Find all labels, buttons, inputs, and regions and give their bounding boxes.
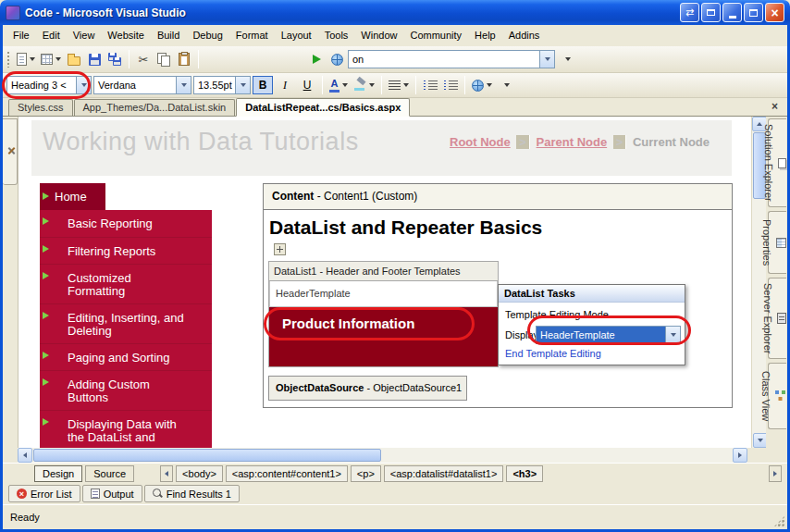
menu-window[interactable]: Window — [354, 27, 403, 44]
font-combobox[interactable]: Verdana — [93, 76, 191, 94]
browse-button[interactable] — [327, 49, 346, 69]
breadcrumb-root-link[interactable]: Root Node — [450, 135, 511, 149]
numbered-list-button[interactable] — [421, 75, 439, 95]
nav-item-paging-sorting[interactable]: Paging and Sorting — [40, 343, 212, 370]
save-all-button[interactable] — [105, 49, 124, 69]
italic-button[interactable]: I — [275, 76, 295, 94]
toolbar-combobox[interactable]: on — [348, 50, 555, 68]
nav-item-adding-custom-buttons[interactable]: Adding Custom Buttons — [40, 370, 212, 410]
header-template-label[interactable]: HeaderTemplate — [269, 281, 498, 307]
paste-button[interactable] — [175, 49, 193, 69]
properties-tab[interactable]: Properties — [768, 211, 786, 274]
nav-item-editing-inserting-deleting[interactable]: Editing, Inserting, and Deleting — [40, 303, 212, 343]
title-bar[interactable]: Code - Microsoft Visual Studio ⇄ × — [0, 0, 790, 25]
tag-asp-content[interactable]: <asp:content#content1> — [226, 465, 348, 482]
nav-item-filtering-reports[interactable]: Filtering Reports — [40, 237, 212, 264]
move-handle-icon[interactable] — [274, 243, 286, 255]
font-size-combobox[interactable]: 13.55pt — [193, 76, 251, 94]
menu-help[interactable]: Help — [468, 27, 502, 44]
tag-p[interactable]: <p> — [351, 465, 381, 482]
maximize-button[interactable] — [744, 3, 763, 22]
find-results-tab[interactable]: Find Results 1 — [144, 485, 240, 502]
datalist-designer[interactable]: DataList1 - Header and Footer Templates … — [268, 261, 499, 367]
nav-item-basic-reporting[interactable]: Basic Reporting — [40, 210, 212, 237]
cut-button[interactable]: ✂ — [134, 49, 153, 69]
tab-close-button[interactable]: × — [768, 99, 782, 113]
toolbox-tab[interactable]: Toolbox — [3, 118, 18, 185]
scrollbar-corner — [747, 448, 766, 463]
window-dock-button[interactable] — [701, 3, 721, 22]
highlight-button[interactable] — [352, 75, 376, 95]
underline-button[interactable]: U — [297, 76, 317, 94]
breadcrumb-separator: > — [613, 135, 627, 149]
scroll-left-button[interactable] — [18, 448, 32, 463]
horizontal-scrollbar[interactable] — [18, 448, 747, 463]
datalist-designer-header[interactable]: DataList1 - Header and Footer Templates — [269, 262, 498, 281]
font-size-combobox-dropdown[interactable] — [235, 77, 250, 93]
content-placeholder-header[interactable]: Content - Content1 (Custom) — [264, 184, 732, 210]
class-view-tab[interactable]: Class View — [768, 363, 786, 429]
horizontal-scroll-track[interactable] — [381, 448, 733, 463]
save-button[interactable] — [85, 49, 104, 69]
menu-build[interactable]: Build — [151, 27, 186, 44]
menu-view[interactable]: View — [67, 27, 102, 44]
tag-body[interactable]: <body> — [176, 465, 223, 482]
nav-item-displaying-data[interactable]: Displaying Data with the DataList and — [40, 410, 212, 448]
error-list-tab[interactable]: × Error List — [8, 485, 80, 502]
header-template-region[interactable]: Product Information — [269, 307, 498, 366]
display-combobox-dropdown[interactable] — [665, 327, 680, 343]
menu-addins[interactable]: Addins — [502, 27, 547, 44]
toolbar-overflow-button[interactable] — [496, 75, 514, 95]
resize-grip[interactable] — [773, 515, 785, 527]
tags-scroll-left-button[interactable] — [160, 465, 173, 482]
align-button[interactable] — [387, 75, 411, 95]
menu-format[interactable]: Format — [229, 27, 275, 44]
menu-tools[interactable]: Tools — [318, 27, 355, 44]
font-color-button[interactable]: A — [327, 75, 350, 95]
close-button[interactable]: × — [765, 3, 784, 22]
tag-h3[interactable]: <h3> — [506, 465, 543, 482]
design-surface[interactable]: Working with Data Tutorials Root Node > … — [18, 117, 751, 448]
menu-community[interactable]: Community — [403, 27, 468, 44]
style-combobox-dropdown[interactable] — [76, 77, 91, 93]
start-debug-button[interactable] — [307, 49, 326, 69]
content-placeholder[interactable]: Content - Content1 (Custom) DataList and… — [263, 183, 733, 408]
menu-file[interactable]: File — [6, 27, 36, 44]
hyperlink-button[interactable] — [470, 75, 494, 95]
window-swap-button[interactable]: ⇄ — [680, 3, 699, 22]
output-tab[interactable]: Output — [82, 485, 142, 502]
nav-item-customized-formatting[interactable]: Customized Formatting — [40, 264, 212, 303]
horizontal-scroll-thumb[interactable] — [33, 449, 381, 462]
toolbar-overflow-button[interactable] — [557, 49, 575, 69]
new-file-button[interactable] — [15, 49, 37, 69]
tab-styles-css[interactable]: Styles.css — [8, 99, 73, 116]
source-view-button[interactable]: Source — [85, 465, 134, 482]
copy-button[interactable] — [154, 49, 173, 69]
tab-basics-aspx[interactable]: DataListRepeat...cs/Basics.aspx — [236, 98, 410, 117]
objectdatasource-control[interactable]: ObjectDataSource - ObjectDataSource1 — [268, 376, 467, 401]
toolbar-combobox-dropdown[interactable] — [539, 51, 554, 68]
menu-edit[interactable]: Edit — [36, 27, 67, 44]
menu-website[interactable]: Website — [101, 27, 151, 44]
scroll-right-button[interactable] — [733, 448, 747, 463]
bullet-list-button[interactable] — [441, 75, 460, 95]
menu-debug[interactable]: Debug — [186, 27, 228, 44]
tab-datalist-skin[interactable]: App_Themes/Da...DataList.skin — [74, 99, 236, 116]
menu-layout[interactable]: Layout — [275, 27, 318, 44]
font-combobox-dropdown[interactable] — [176, 77, 191, 93]
display-combobox[interactable]: HeaderTemplate — [536, 326, 681, 344]
add-item-button[interactable] — [39, 49, 63, 69]
tag-asp-datalist[interactable]: <asp:datalist#datalist1> — [384, 465, 504, 482]
tags-scroll-right-button[interactable] — [769, 465, 782, 482]
server-explorer-tab[interactable]: Server Explorer — [768, 278, 786, 359]
style-combobox[interactable]: Heading 3 < — [6, 76, 92, 94]
open-file-button[interactable] — [65, 49, 83, 69]
solution-explorer-tab[interactable]: Solution Explorer — [768, 118, 786, 207]
end-template-editing-link[interactable]: End Template Editing — [505, 348, 601, 359]
bold-button[interactable]: B — [253, 76, 273, 94]
toolbar-grip[interactable] — [6, 51, 10, 68]
nav-item-home[interactable]: Home — [40, 183, 105, 210]
breadcrumb-parent-link[interactable]: Parent Node — [537, 135, 608, 149]
minimize-button[interactable] — [722, 3, 742, 22]
design-view-button[interactable]: Design — [34, 465, 82, 482]
